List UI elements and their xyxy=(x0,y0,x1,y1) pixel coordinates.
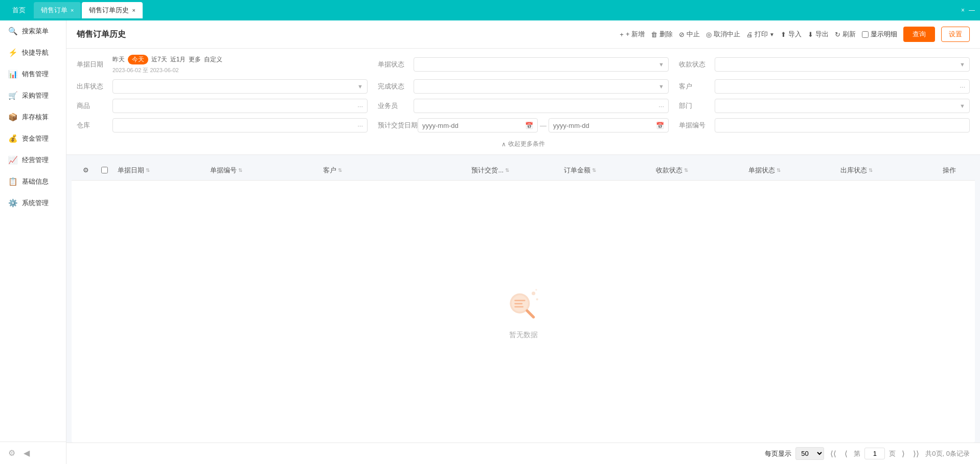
sidebar-settings-icon[interactable]: ⚙ xyxy=(8,448,15,458)
filter-row-1: 单据日期 昨天 今天 近7天 近1月 更多 自定义 2023-06-02 至 2… xyxy=(77,55,970,74)
out-status-label: 出库状态 xyxy=(77,82,112,91)
th-no[interactable]: 单据编号 ⇅ xyxy=(206,166,320,175)
sort-status-icon: ⇅ xyxy=(777,167,781,173)
date-yesterday[interactable]: 昨天 xyxy=(112,55,125,64)
delivery-date-end-field[interactable] xyxy=(553,122,654,129)
sidebar-item-search-menu[interactable]: 🔍 搜索菜单 xyxy=(0,20,66,42)
sidebar-item-search-menu-label: 搜索菜单 xyxy=(22,27,49,36)
department-arrow-icon: ▼ xyxy=(960,103,965,109)
tab-sales-order[interactable]: 销售订单 × xyxy=(34,2,81,18)
sidebar-item-basic-info[interactable]: 📋 基础信息 xyxy=(0,171,66,192)
collapse-row[interactable]: ∧ 收起更多条件 xyxy=(77,138,970,150)
cancel-stop-button[interactable]: ◎ 取消中止 xyxy=(706,30,740,39)
warehouse-dots-icon[interactable]: ··· xyxy=(357,122,363,129)
bill-status-input[interactable]: ▼ xyxy=(414,57,669,72)
sidebar-item-inventory[interactable]: 📦 库存核算 xyxy=(0,106,66,128)
product-dots-icon[interactable]: ··· xyxy=(357,102,363,110)
sidebar-item-operations[interactable]: 📈 经营管理 xyxy=(0,149,66,171)
sidebar-item-system-mgmt[interactable]: ⚙️ 系统管理 xyxy=(0,192,66,214)
import-button[interactable]: ⬆ 导入 xyxy=(781,30,802,39)
date-7days[interactable]: 近7天 xyxy=(151,55,167,64)
th-check[interactable] xyxy=(95,167,113,173)
th-out[interactable]: 出库状态 ⇅ xyxy=(836,166,929,175)
salesperson-input[interactable]: ··· xyxy=(414,99,669,113)
delete-button[interactable]: 🗑 删除 xyxy=(651,30,673,39)
bill-status-arrow-icon: ▼ xyxy=(658,61,664,68)
th-receipt-label: 收款状态 xyxy=(656,166,682,175)
stop-label: 中止 xyxy=(687,30,700,39)
page-header: 销售订单历史 + + 新增 🗑 删除 ⊘ 中止 ◎ 取消中止 xyxy=(66,20,980,49)
tab-sales-order-history-close[interactable]: × xyxy=(132,7,135,13)
prev-page-button[interactable]: ⟨ xyxy=(842,449,850,458)
filter-department: 部门 ▼ xyxy=(679,99,970,113)
salesperson-dots-icon[interactable]: ··· xyxy=(658,102,664,110)
setting-button[interactable]: 设置 xyxy=(941,27,970,42)
refresh-button[interactable]: ↻ 刷新 xyxy=(835,30,856,39)
tab-home[interactable]: 首页 xyxy=(5,2,33,18)
next-page-button[interactable]: ⟩ xyxy=(900,449,907,458)
th-status[interactable]: 单据状态 ⇅ xyxy=(744,166,837,175)
pagination: 每页显示 10 20 50 100 ⟨⟨ ⟨ 第 页 ⟩ ⟩⟩ 共0页, 0条记… xyxy=(66,443,980,464)
query-button[interactable]: 查询 xyxy=(903,27,935,42)
department-input[interactable]: ▼ xyxy=(715,99,970,113)
sidebar-bottom: ⚙ ◀ xyxy=(0,441,66,464)
th-gear[interactable]: ⚙ xyxy=(77,166,95,174)
display-detail-input[interactable] xyxy=(862,31,869,38)
sidebar-item-finance[interactable]: 💰 资金管理 xyxy=(0,128,66,149)
cancel-stop-label: 取消中止 xyxy=(714,30,740,39)
last-page-button[interactable]: ⟩⟩ xyxy=(911,449,921,458)
collapse-icon: ∧ xyxy=(502,141,506,148)
stop-button[interactable]: ⊘ 中止 xyxy=(679,30,700,39)
bill-no-field[interactable] xyxy=(719,122,965,129)
tab-sales-order-close[interactable]: × xyxy=(71,7,74,13)
warehouse-input[interactable]: ··· xyxy=(112,118,368,132)
receipt-status-input[interactable]: ▼ xyxy=(715,57,970,72)
new-button[interactable]: + + 新增 xyxy=(620,30,645,39)
sidebar-item-sales-mgmt[interactable]: 📊 销售管理 xyxy=(0,63,66,85)
topbar-minimize-btn[interactable]: — xyxy=(969,7,975,14)
delivery-date-label: 预计交货日期 xyxy=(378,121,418,130)
sort-no-icon: ⇅ xyxy=(238,167,242,173)
sidebar-item-purchase-mgmt[interactable]: 🛒 采购管理 xyxy=(0,85,66,106)
filter-customer: 客户 ··· xyxy=(679,79,970,94)
complete-status-input[interactable]: ▼ xyxy=(414,79,669,94)
first-page-button[interactable]: ⟨⟨ xyxy=(828,449,838,458)
calendar-end-icon[interactable]: 📅 xyxy=(656,122,664,129)
print-dropdown-icon: ▼ xyxy=(769,32,774,37)
sidebar-item-basic-info-label: 基础信息 xyxy=(22,177,49,186)
date-today[interactable]: 今天 xyxy=(128,55,148,64)
calendar-start-icon[interactable]: 📅 xyxy=(525,122,533,129)
filter-salesperson: 业务员 ··· xyxy=(378,99,669,113)
th-customer[interactable]: 客户 ⇅ xyxy=(319,166,467,175)
date-custom[interactable]: 自定义 xyxy=(204,55,222,64)
filter-row-2: 出库状态 ▼ 完成状态 ▼ 客户 xyxy=(77,79,970,94)
th-amount[interactable]: 订单金额 ⇅ xyxy=(560,166,652,175)
sidebar-collapse-icon[interactable]: ◀ xyxy=(24,448,30,458)
th-delivery[interactable]: 预计交货... ⇅ xyxy=(467,166,560,175)
date-1month[interactable]: 近1月 xyxy=(170,55,186,64)
product-input[interactable]: ··· xyxy=(112,99,368,113)
bill-no-input[interactable] xyxy=(715,118,970,132)
select-all-checkbox[interactable] xyxy=(101,167,108,173)
page-input[interactable] xyxy=(864,448,885,459)
export-button[interactable]: ⬇ 导出 xyxy=(808,30,829,39)
date-more[interactable]: 更多 xyxy=(189,55,201,64)
collapse-label: 收起更多条件 xyxy=(508,140,545,148)
delivery-date-start-input[interactable]: 📅 xyxy=(418,118,538,132)
tab-sales-order-history[interactable]: 销售订单历史 × xyxy=(82,2,142,18)
sort-customer-icon: ⇅ xyxy=(338,167,342,173)
page-size-select[interactable]: 10 20 50 100 xyxy=(795,447,824,460)
display-detail-checkbox[interactable]: 显示明细 xyxy=(862,30,897,39)
th-receipt[interactable]: 收款状态 ⇅ xyxy=(652,166,744,175)
sidebar-item-quick-nav[interactable]: ⚡ 快捷导航 xyxy=(0,42,66,63)
customer-input[interactable]: ··· xyxy=(715,79,970,94)
topbar-close-btn[interactable]: × xyxy=(961,7,965,14)
th-date[interactable]: 单据日期 ⇅ xyxy=(113,166,206,175)
print-button[interactable]: 🖨 打印 ▼ xyxy=(746,30,774,39)
delivery-date-end-input[interactable]: 📅 xyxy=(549,118,669,132)
customer-dots-icon[interactable]: ··· xyxy=(960,83,965,91)
delivery-date-start-field[interactable] xyxy=(422,122,523,129)
out-status-input[interactable]: ▼ xyxy=(112,79,368,94)
date-label: 单据日期 xyxy=(77,60,112,69)
import-label: 导入 xyxy=(788,30,802,39)
